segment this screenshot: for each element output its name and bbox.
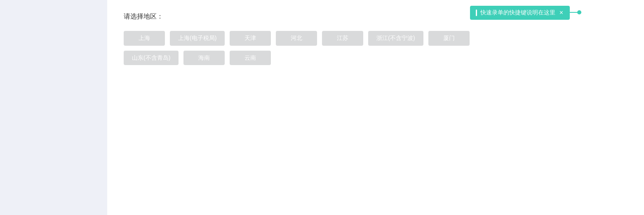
region-button-yunnan[interactable]: 云南 [230,51,271,65]
main-content: 请选择地区： 上海上海(电子税局)天津河北江苏浙江(不含宁波)厦门 山东(不含青… [107,0,644,215]
region-row-2: 山东(不含青岛)海南云南 [124,51,628,65]
region-button-hainan[interactable]: 海南 [183,51,225,65]
region-row-1: 上海上海(电子税局)天津河北江苏浙江(不含宁波)厦门 [124,31,628,46]
tooltip-bar-icon [476,9,477,16]
tooltip-close-button[interactable]: × [559,9,564,16]
region-button-jiangsu[interactable]: 江苏 [322,31,363,46]
region-button-shandong[interactable]: 山东(不含青岛) [124,51,179,65]
tooltip-connector-dot [577,10,581,14]
region-button-zhejiang[interactable]: 浙江(不含宁波) [368,31,423,46]
region-button-xiamen[interactable]: 厦门 [428,31,470,46]
tooltip-text: 快速录单的快捷键说明在这里 [480,9,555,16]
region-button-shanghai-etax[interactable]: 上海(电子税局) [170,31,225,46]
tooltip-banner: 快速录单的快捷键说明在这里 × [470,6,570,20]
region-button-hebei[interactable]: 河北 [276,31,317,46]
region-button-tianjin[interactable]: 天津 [230,31,271,46]
sidebar [0,0,107,215]
region-button-shanghai[interactable]: 上海 [124,31,165,46]
